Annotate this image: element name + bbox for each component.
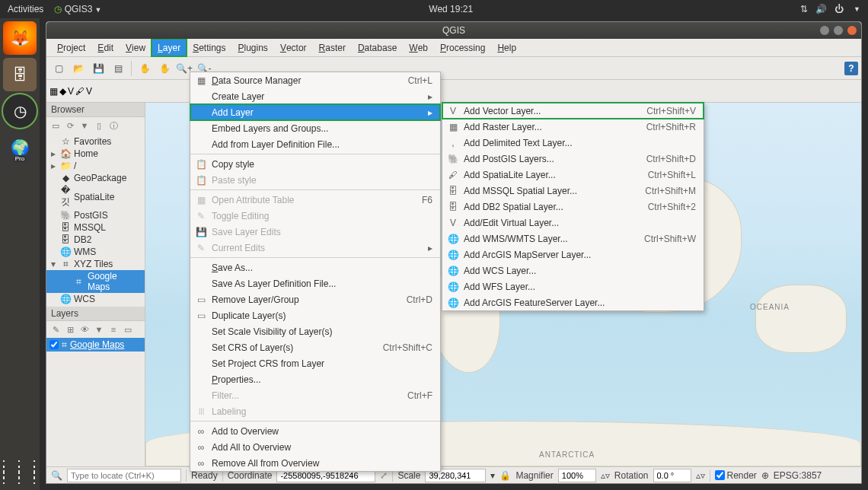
browser-item-google-maps[interactable]: ⌗Google Maps bbox=[46, 270, 145, 293]
new-geopackage-icon[interactable]: ◆ bbox=[59, 86, 66, 97]
browser-item-wcs[interactable]: 🌐WCS bbox=[46, 293, 145, 305]
lock-icon[interactable]: 🔒 bbox=[499, 470, 511, 481]
browser-tree[interactable]: ☆Favorites▸🏠Home▸📁/◆GeoPackage�깃SpatiaLi… bbox=[46, 134, 145, 307]
window-minimize[interactable] bbox=[820, 26, 829, 35]
menu-item-add-db2-spatial-layer[interactable]: 🗄Add DB2 Spatial Layer...Ctrl+Shift+2 bbox=[442, 199, 704, 215]
menu-item-add-arcgis-mapserver-layer[interactable]: 🌐Add ArcGIS MapServer Layer... bbox=[442, 247, 704, 262]
menu-item-add-vector-layer[interactable]: VAdd Vector Layer...Ctrl+Shift+V bbox=[442, 103, 704, 119]
chevron-down-icon[interactable]: ▾ bbox=[490, 470, 495, 481]
browser-item-mssql[interactable]: 🗄MSSQL bbox=[46, 221, 145, 234]
window-maximize[interactable] bbox=[834, 26, 843, 35]
browser-filter-icon[interactable]: ▼ bbox=[78, 119, 91, 132]
data-source-manager-icon[interactable]: ▦ bbox=[49, 86, 58, 97]
launcher-firefox[interactable]: 🦊 bbox=[3, 21, 37, 55]
menu-view[interactable]: View bbox=[120, 39, 152, 56]
menu-item-create-layer[interactable]: Create Layer▸ bbox=[190, 88, 440, 104]
menu-item-add-spatialite-layer[interactable]: 🖋Add SpatiaLite Layer...Ctrl+Shift+L bbox=[442, 167, 704, 183]
browser-properties-icon[interactable]: ⓘ bbox=[107, 119, 120, 132]
menu-item-save-as-layer-definition-file[interactable]: Save As Layer Definition File... bbox=[190, 275, 440, 291]
menu-item-save-as[interactable]: Save As... bbox=[190, 259, 440, 275]
browser-item-xyz-tiles[interactable]: ▾⌗XYZ Tiles bbox=[46, 258, 145, 270]
browser-collapse-icon[interactable]: ▯ bbox=[93, 119, 105, 132]
launcher-files[interactable]: 🗄 bbox=[3, 58, 37, 91]
new-project-icon[interactable]: ▢ bbox=[49, 59, 68, 78]
browser-item-db2[interactable]: 🗄DB2 bbox=[46, 234, 145, 246]
locator-input[interactable] bbox=[67, 469, 181, 482]
menu-item-set-scale-visibility-of-layer-s[interactable]: Set Scale Visibility of Layer(s) bbox=[190, 323, 440, 339]
menu-item-set-crs-of-layer-s[interactable]: Set CRS of Layer(s)Ctrl+Shift+C bbox=[190, 339, 440, 355]
rotation-value[interactable] bbox=[653, 469, 691, 482]
menu-item-properties[interactable]: Properties... bbox=[190, 371, 440, 387]
menu-item-copy-style[interactable]: 📋Copy style bbox=[190, 156, 440, 172]
layers-filter-icon[interactable]: ▼ bbox=[93, 323, 105, 336]
browser-item-spatialite[interactable]: �깃SpatiaLite bbox=[46, 184, 145, 209]
render-checkbox[interactable]: Render bbox=[715, 470, 757, 481]
menu-item-data-source-manager[interactable]: ▦Data Source ManagerCtrl+L bbox=[190, 72, 440, 88]
launcher-google-earth[interactable]: 🌍Pro bbox=[3, 131, 37, 164]
menu-item-remove-layer-group[interactable]: ▭Remove Layer/GroupCtrl+D bbox=[190, 291, 440, 307]
activities-button[interactable]: Activities bbox=[8, 4, 43, 14]
menu-item-add-arcgis-featureserver-layer[interactable]: 🌐Add ArcGIS FeatureServer Layer... bbox=[442, 294, 704, 310]
browser-refresh-icon[interactable]: ⟳ bbox=[64, 119, 76, 132]
new-shapefile-icon[interactable]: V bbox=[68, 86, 74, 97]
power-icon[interactable]: ⏻ bbox=[834, 4, 844, 14]
menu-layer[interactable]: Layer bbox=[152, 39, 187, 56]
menu-plugins[interactable]: Plugins bbox=[232, 39, 274, 56]
layers-visibility-icon[interactable]: 👁 bbox=[78, 323, 91, 336]
pan-to-selection-icon[interactable]: ✋ bbox=[155, 59, 174, 78]
menu-item-remove-all-from-overview[interactable]: ∞Remove All from Overview bbox=[190, 455, 440, 471]
menu-item-add-layer[interactable]: Add Layer▸ bbox=[190, 104, 440, 120]
layer-item-google-maps[interactable]: ⌗Google Maps bbox=[46, 338, 145, 352]
menu-processing[interactable]: Processing bbox=[434, 39, 491, 56]
pan-icon[interactable]: ✋ bbox=[136, 59, 154, 78]
menu-item-add-wfs-layer[interactable]: 🌐Add WFS Layer... bbox=[442, 278, 704, 294]
menu-item-add-mssql-spatial-layer[interactable]: 🗄Add MSSQL Spatial Layer...Ctrl+Shift+M bbox=[442, 183, 704, 199]
menu-item-add-postgis-layers[interactable]: 🐘Add PostGIS Layers...Ctrl+Shift+D bbox=[442, 151, 704, 167]
layers-list[interactable]: ⌗Google Maps bbox=[46, 338, 145, 352]
menu-project[interactable]: Project bbox=[51, 39, 91, 56]
layers-expand-icon[interactable]: ≡ bbox=[107, 323, 120, 336]
menu-item-add-edit-virtual-layer[interactable]: VAdd/Edit Virtual Layer... bbox=[442, 215, 704, 231]
menu-item-add-from-layer-definition-file[interactable]: Add from Layer Definition File... bbox=[190, 136, 440, 152]
menu-item-set-project-crs-from-layer[interactable]: Set Project CRS from Layer bbox=[190, 355, 440, 371]
menu-item-add-wcs-layer[interactable]: 🌐Add WCS Layer... bbox=[442, 262, 704, 278]
menu-item-add-all-to-overview[interactable]: ∞Add All to Overview bbox=[190, 439, 440, 455]
sound-icon[interactable]: 🔊 bbox=[815, 4, 827, 14]
layers-remove-icon[interactable]: ▭ bbox=[122, 323, 134, 336]
menu-database[interactable]: Database bbox=[352, 39, 403, 56]
open-project-icon[interactable]: 📂 bbox=[69, 59, 88, 78]
new-print-layout-icon[interactable]: ▤ bbox=[109, 59, 127, 78]
menu-item-add-to-overview[interactable]: ∞Add to Overview bbox=[190, 423, 440, 439]
help-icon[interactable]: ? bbox=[844, 62, 858, 75]
menu-help[interactable]: Help bbox=[491, 39, 522, 56]
crs-value[interactable]: EPSG:3857 bbox=[774, 470, 822, 481]
menu-item-add-wms-wmts-layer[interactable]: 🌐Add WMS/WMTS Layer...Ctrl+Shift+W bbox=[442, 231, 704, 247]
menu-vector[interactable]: Vector bbox=[274, 39, 313, 56]
layers-add-group-icon[interactable]: ⊞ bbox=[64, 323, 76, 336]
magnifier-value[interactable] bbox=[558, 469, 596, 482]
browser-add-icon[interactable]: ▭ bbox=[49, 119, 62, 132]
menu-settings[interactable]: Settings bbox=[187, 39, 231, 56]
launcher-qgis[interactable]: ◷ bbox=[3, 94, 37, 128]
stepper-icon[interactable]: ▵▿ bbox=[601, 470, 610, 481]
menu-item-add-raster-layer[interactable]: ▦Add Raster Layer...Ctrl+Shift+R bbox=[442, 119, 704, 135]
menu-web[interactable]: Web bbox=[403, 39, 434, 56]
network-icon[interactable]: ⇅ bbox=[800, 4, 808, 14]
browser-item--[interactable]: ▸📁/ bbox=[46, 160, 145, 172]
menu-raster[interactable]: Raster bbox=[313, 39, 352, 56]
clock[interactable]: Wed 19:21 bbox=[101, 4, 800, 14]
save-project-icon[interactable]: 💾 bbox=[89, 59, 107, 78]
launcher-apps-grid[interactable]: ⋮⋮⋮⋮⋮⋮⋮⋮⋮ bbox=[0, 463, 43, 481]
stepper-icon[interactable]: ▵▿ bbox=[696, 470, 705, 481]
crs-icon[interactable]: ⊕ bbox=[761, 470, 769, 481]
browser-item-geopackage[interactable]: ◆GeoPackage bbox=[46, 172, 145, 184]
menu-item-add-delimited-text-layer[interactable]: ,Add Delimited Text Layer... bbox=[442, 135, 704, 151]
menu-edit[interactable]: Edit bbox=[91, 39, 120, 56]
browser-item-home[interactable]: ▸🏠Home bbox=[46, 148, 145, 160]
browser-item-wms[interactable]: 🌐WMS bbox=[46, 246, 145, 258]
app-menu[interactable]: ◷ QGIS3▼ bbox=[54, 4, 101, 14]
browser-item-favorites[interactable]: ☆Favorites bbox=[46, 135, 145, 148]
menu-item-embed-layers-and-groups[interactable]: Embed Layers and Groups... bbox=[190, 120, 440, 136]
new-virtual-layer-icon[interactable]: V bbox=[86, 86, 92, 97]
new-spatialite-icon[interactable]: 🖋 bbox=[75, 86, 85, 97]
